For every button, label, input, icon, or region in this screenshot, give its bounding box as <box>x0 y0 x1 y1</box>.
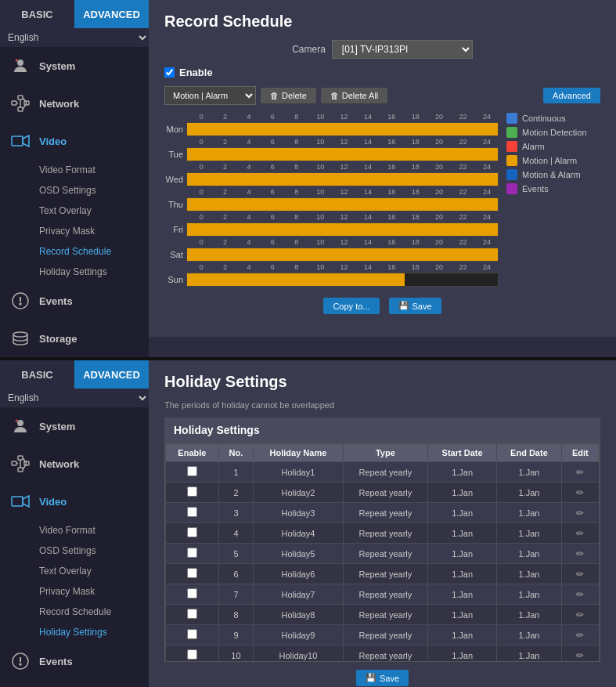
tab-basic-bottom[interactable]: BASIC <box>0 360 74 389</box>
sub-osd-top[interactable]: OSD Settings <box>39 180 149 201</box>
cell-edit-4[interactable]: ✏ <box>561 544 599 564</box>
edit-icon-3[interactable]: ✏ <box>576 528 584 539</box>
cell-edit-7[interactable]: ✏ <box>561 605 599 625</box>
cell-name-9: Holiday10 <box>254 645 344 663</box>
sidebar-item-system-bottom[interactable]: System <box>0 407 149 445</box>
sub-record-schedule-top[interactable]: Record Schedule <box>39 241 149 262</box>
storage-icon <box>9 327 31 349</box>
camera-select[interactable]: [01] TV-IP313PI <box>332 40 473 59</box>
sidebar-item-network-bottom[interactable]: Network <box>0 445 149 483</box>
cell-edit-6[interactable]: ✏ <box>561 584 599 605</box>
sidebar-item-storage-top[interactable]: Storage <box>0 320 149 357</box>
person-icon <box>9 55 31 77</box>
sub-privacy-mask-bottom[interactable]: Privacy Mask <box>39 581 149 602</box>
sub-osd-bottom[interactable]: OSD Settings <box>39 541 149 561</box>
edit-icon-8[interactable]: ✏ <box>576 630 584 641</box>
schedule-row-mon: Mon <box>164 122 499 136</box>
enable-checkbox-1[interactable] <box>187 486 197 497</box>
enable-checkbox-0[interactable] <box>187 466 197 476</box>
enable-checkbox[interactable] <box>164 67 175 78</box>
sub-record-schedule-bottom[interactable]: Record Schedule <box>39 602 149 622</box>
sidebar-item-events-bottom[interactable]: Events <box>0 642 149 680</box>
edit-icon-6[interactable]: ✏ <box>576 589 584 600</box>
sidebar-label-storage-top: Storage <box>39 333 77 345</box>
cell-edit-8[interactable]: ✏ <box>561 625 599 645</box>
video-sub-items-top: Video Format OSD Settings Text Overlay P… <box>0 160 149 282</box>
enable-checkbox-9[interactable] <box>187 649 197 660</box>
edit-icon-0[interactable]: ✏ <box>576 467 584 478</box>
sidebar-item-network-top[interactable]: Network <box>0 85 149 122</box>
enable-checkbox-6[interactable] <box>187 588 197 598</box>
language-select-top[interactable]: English <box>0 28 149 47</box>
copy-to-button[interactable]: Copy to... <box>323 298 379 314</box>
schedule-row-sat: Sat <box>164 248 499 262</box>
edit-icon-1[interactable]: ✏ <box>576 487 584 498</box>
sub-holiday-settings-bottom[interactable]: Holiday Settings <box>39 622 149 642</box>
enable-checkbox-7[interactable] <box>187 609 197 619</box>
enable-checkbox-5[interactable] <box>187 568 197 578</box>
cell-enable-7 <box>166 605 219 625</box>
legend-events-label: Events <box>522 184 549 193</box>
cell-edit-1[interactable]: ✏ <box>561 483 599 503</box>
sub-text-overlay-top[interactable]: Text Overlay <box>39 201 149 221</box>
cell-edit-5[interactable]: ✏ <box>561 564 599 584</box>
delete-button[interactable]: 🗑 Delete <box>261 88 316 103</box>
sidebar-item-video-bottom[interactable]: Video <box>0 483 149 520</box>
sub-text-overlay-bottom[interactable]: Text Overlay <box>39 561 149 581</box>
cell-edit-9[interactable]: ✏ <box>561 645 599 663</box>
schedule-bar-tue[interactable] <box>186 147 499 161</box>
schedule-bar-mon[interactable] <box>186 122 499 136</box>
schedule-legend: Continuous Motion Detection Alarm Motion… <box>506 113 600 288</box>
sidebar-item-system-top[interactable]: System <box>0 47 149 85</box>
tab-advanced-bottom[interactable]: ADVANCED <box>74 360 149 389</box>
time-2: 2 <box>213 113 236 121</box>
time-14: 14 <box>356 113 380 121</box>
enable-checkbox-3[interactable] <box>187 527 197 537</box>
schedule-bar-fri[interactable] <box>186 222 499 237</box>
col-end: End Date <box>497 444 562 462</box>
col-name: Holiday Name <box>254 444 344 462</box>
schedule-bar-sat[interactable] <box>186 248 499 262</box>
tab-advanced-top[interactable]: ADVANCED <box>74 0 149 28</box>
edit-icon-2[interactable]: ✏ <box>576 508 584 519</box>
sub-video-format-top[interactable]: Video Format <box>39 160 149 180</box>
schedule-bar-wed[interactable] <box>186 172 499 186</box>
holiday-table-scrollable[interactable]: Enable No. Holiday Name Type Start Date … <box>164 443 600 662</box>
edit-icon-9[interactable]: ✏ <box>576 650 584 661</box>
network-icon-bottom <box>9 453 31 475</box>
delete-all-button[interactable]: 🗑 Delete All <box>321 88 387 103</box>
svg-line-1 <box>16 60 17 61</box>
bottom-main-content: Holiday Settings The periods of holiday … <box>149 360 616 687</box>
save-button-top[interactable]: 💾 Save <box>389 298 441 314</box>
time-header-6: 0 2 4 6 8 10 12 14 16 18 20 22 24 <box>164 238 499 246</box>
sub-privacy-mask-top[interactable]: Privacy Mask <box>39 221 149 241</box>
sub-video-format-bottom[interactable]: Video Format <box>39 520 149 541</box>
schedule-grid: 0 2 4 6 8 10 12 14 16 18 20 22 24 <box>164 113 499 288</box>
language-select-bottom[interactable]: English <box>0 389 149 407</box>
cell-enable-3 <box>166 523 219 544</box>
mode-select[interactable]: Motion | Alarm Continuous Motion Detecti… <box>164 86 256 105</box>
cell-start-1: 1.Jan <box>428 483 497 503</box>
edit-icon-7[interactable]: ✏ <box>576 609 584 620</box>
enable-checkbox-2[interactable] <box>187 507 197 517</box>
schedule-bar-sun[interactable] <box>186 273 499 287</box>
sub-holiday-settings-top[interactable]: Holiday Settings <box>39 262 149 282</box>
cell-edit-2[interactable]: ✏ <box>561 503 599 523</box>
schedule-bar-thu[interactable] <box>186 197 499 212</box>
sidebar-item-video-top[interactable]: Video <box>0 122 149 160</box>
advanced-button[interactable]: Advanced <box>543 88 600 103</box>
save-button-bottom[interactable]: 💾 Save <box>356 670 409 686</box>
enable-checkbox-8[interactable] <box>187 629 197 639</box>
sidebar-item-events-top[interactable]: Events <box>0 282 149 320</box>
edit-icon-5[interactable]: ✏ <box>576 569 584 580</box>
cell-end-4: 1.Jan <box>497 544 562 564</box>
cell-name-2: Holiday3 <box>254 503 344 523</box>
schedule-main: 0 2 4 6 8 10 12 14 16 18 20 22 24 <box>164 113 600 288</box>
cell-start-5: 1.Jan <box>428 564 497 584</box>
cell-edit-3[interactable]: ✏ <box>561 523 599 544</box>
edit-icon-4[interactable]: ✏ <box>576 548 584 559</box>
tab-basic-top[interactable]: BASIC <box>0 0 74 28</box>
svg-marker-27 <box>23 496 29 507</box>
cell-edit-0[interactable]: ✏ <box>561 462 599 483</box>
enable-checkbox-4[interactable] <box>187 548 197 558</box>
